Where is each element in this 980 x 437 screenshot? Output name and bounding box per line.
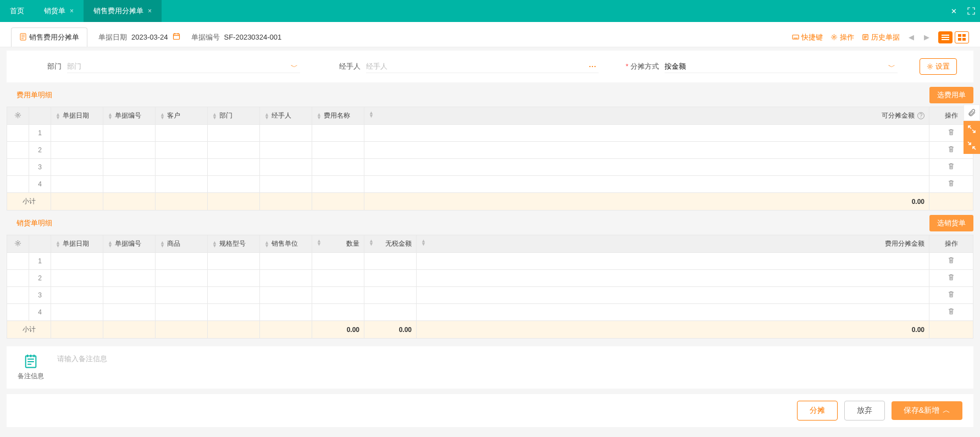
col-unit[interactable]: ▲▼销售单位 <box>260 235 312 253</box>
shortcut-link[interactable]: 快捷键 <box>792 32 823 42</box>
table-row[interactable]: 4 <box>7 176 973 193</box>
method-input[interactable] <box>665 62 898 70</box>
allocate-button[interactable]: 分摊 <box>797 401 838 421</box>
attachment-button[interactable] <box>964 104 980 121</box>
tab-home-label: 首页 <box>10 6 24 16</box>
svg-point-23 <box>17 114 19 116</box>
tab-allocation[interactable]: 销售费用分摊单× <box>84 0 162 22</box>
svg-point-10 <box>833 36 835 38</box>
expense-table: ▲▼单据日期 ▲▼单据编号 ▲▼客户 ▲▼部门 ▲▼经手人 ▲▼费用名称 ▲▼可… <box>7 107 973 211</box>
remarks-input[interactable] <box>57 354 962 376</box>
expand-in-button[interactable] <box>964 137 980 154</box>
gear-icon <box>830 34 838 41</box>
delete-icon[interactable] <box>948 181 955 189</box>
doc-code-label: 单据编号 <box>191 32 220 42</box>
table-row[interactable]: 2 <box>7 142 973 159</box>
sort-icon: ▲▼ <box>212 113 217 119</box>
table-row[interactable]: 1 <box>7 125 973 142</box>
col-qty[interactable]: ▲▼数量 <box>312 235 364 253</box>
col-code[interactable]: ▲▼单据编号 <box>103 235 156 253</box>
required-mark: * <box>625 62 628 70</box>
col-amount[interactable]: ▲▼无税金额 <box>364 235 417 253</box>
delete-icon[interactable] <box>948 258 955 265</box>
tab-sales-label: 销货单 <box>44 6 65 16</box>
form-filters: 部门 ﹀ 经手人 ··· *分摊方式 ﹀ 设置 <box>7 51 973 82</box>
row-number: 3 <box>29 287 51 304</box>
expand-icon <box>967 125 976 134</box>
sort-icon: ▲▼ <box>317 113 322 119</box>
row-number: 4 <box>29 176 51 193</box>
col-product[interactable]: ▲▼商品 <box>156 235 208 253</box>
sort-icon: ▲▼ <box>108 113 113 119</box>
window-close-button[interactable]: ✕ <box>945 2 962 20</box>
col-date[interactable]: ▲▼单据日期 <box>51 107 103 125</box>
table-row[interactable]: 2 <box>7 270 973 287</box>
subtotal-amount: 0.00 <box>364 321 417 339</box>
sales-table: ▲▼单据日期 ▲▼单据编号 ▲▼商品 ▲▼规格型号 ▲▼销售单位 ▲▼数量 ▲▼… <box>7 235 973 339</box>
keyboard-icon <box>792 34 799 41</box>
close-icon[interactable]: × <box>148 7 152 15</box>
col-handler[interactable]: ▲▼经手人 <box>260 107 312 125</box>
top-tab-bar: 首页 销货单× 销售费用分摊单× ✕ <box>0 0 980 22</box>
sort-icon: ▲▼ <box>56 241 60 247</box>
row-number: 1 <box>29 253 51 270</box>
gear-header[interactable] <box>7 107 29 125</box>
operate-link[interactable]: 操作 <box>830 32 854 42</box>
table-row[interactable]: 4 <box>7 304 973 321</box>
more-icon[interactable]: ··· <box>589 62 597 70</box>
chevron-up-icon: ︿ <box>943 406 950 416</box>
col-code[interactable]: ▲▼单据编号 <box>103 107 156 125</box>
col-alloc-fee[interactable]: ▲▼费用分摊金额 <box>417 235 929 253</box>
col-spec[interactable]: ▲▼规格型号 <box>208 235 260 253</box>
history-link[interactable]: 历史单据 <box>862 32 900 42</box>
document-title-tab: 销售费用分摊单 <box>11 27 87 47</box>
table-row[interactable]: 3 <box>7 159 973 176</box>
dept-input[interactable] <box>67 62 300 70</box>
prev-arrow-icon[interactable]: ◀ <box>907 33 915 41</box>
subtotal-qty: 0.00 <box>312 321 364 339</box>
svg-rect-20 <box>958 38 961 41</box>
chevron-down-icon[interactable]: ﹀ <box>888 62 895 72</box>
select-sales-button[interactable]: 选销货单 <box>929 215 973 231</box>
delete-icon[interactable] <box>948 164 955 172</box>
col-date[interactable]: ▲▼单据日期 <box>51 235 103 253</box>
tab-home[interactable]: 首页 <box>0 0 34 22</box>
subtotal-allocatable: 0.00 <box>364 193 929 211</box>
help-icon[interactable]: ? <box>917 112 924 119</box>
delete-icon[interactable] <box>948 275 955 283</box>
sort-icon: ▲▼ <box>369 239 374 246</box>
save-new-button[interactable]: 保存&新增︿ <box>892 401 962 420</box>
window-fullscreen-button[interactable] <box>962 2 980 20</box>
sort-icon: ▲▼ <box>212 241 217 247</box>
view-grid-button[interactable] <box>955 31 969 43</box>
delete-icon[interactable] <box>948 130 955 137</box>
remarks-label: 备注信息 <box>18 372 44 381</box>
gear-header[interactable] <box>7 235 29 253</box>
sort-icon: ▲▼ <box>264 241 269 247</box>
handler-input[interactable] <box>366 62 599 70</box>
doc-date-value[interactable]: 2023-03-24 <box>131 33 168 41</box>
delete-icon[interactable] <box>948 147 955 154</box>
chevron-down-icon[interactable]: ﹀ <box>291 62 298 72</box>
sort-icon: ▲▼ <box>160 241 165 247</box>
svg-point-24 <box>17 242 19 244</box>
sort-icon: ▲▼ <box>264 113 269 119</box>
settings-button[interactable]: 设置 <box>920 58 957 75</box>
discard-button[interactable]: 放弃 <box>844 401 885 421</box>
expand-out-button[interactable] <box>964 121 980 137</box>
tab-sales[interactable]: 销货单× <box>34 0 84 22</box>
col-dept[interactable]: ▲▼部门 <box>208 107 260 125</box>
view-list-button[interactable] <box>938 31 953 43</box>
delete-icon[interactable] <box>948 309 955 317</box>
table-row[interactable]: 3 <box>7 287 973 304</box>
next-arrow-icon[interactable]: ▶ <box>923 33 931 41</box>
table-row[interactable]: 1 <box>7 253 973 270</box>
delete-icon[interactable] <box>948 292 955 300</box>
col-fee-name[interactable]: ▲▼费用名称 <box>312 107 364 125</box>
select-expense-button[interactable]: 选费用单 <box>929 87 973 103</box>
calendar-icon[interactable] <box>173 32 180 42</box>
col-customer[interactable]: ▲▼客户 <box>156 107 208 125</box>
close-icon[interactable]: × <box>70 7 74 15</box>
col-allocatable[interactable]: ▲▼可分摊金额 ? <box>364 107 929 125</box>
sort-icon: ▲▼ <box>369 111 374 118</box>
